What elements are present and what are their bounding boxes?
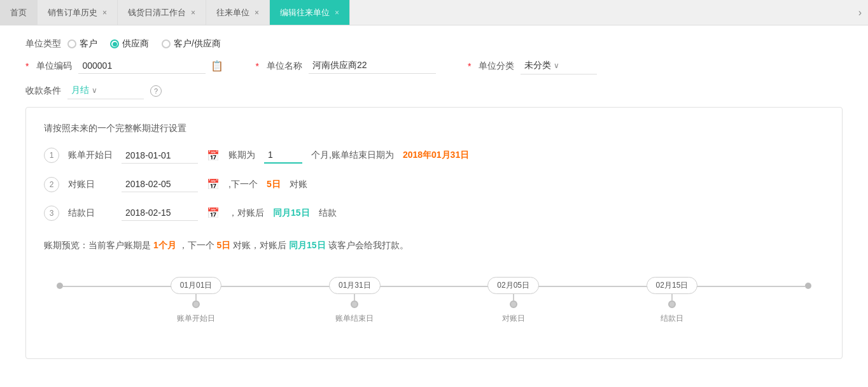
unit-code-area: 📋	[78, 58, 223, 74]
timeline-label-4: 结款日	[661, 313, 683, 324]
timeline-bubble-1: 01月01日	[171, 277, 222, 294]
reconcile-date-label: 对账日	[68, 179, 113, 190]
payment-date-label: 结款日	[68, 208, 113, 219]
help-icon[interactable]: ?	[150, 85, 162, 97]
start-date-input[interactable]	[122, 148, 198, 164]
preview-part2: 5日	[216, 240, 230, 250]
row-num-3: 3	[44, 206, 59, 221]
reconcile-highlight: 5日	[267, 179, 281, 190]
unit-name-required-star: *	[255, 61, 258, 71]
timeline-dot-1	[192, 300, 200, 308]
unit-name-label: 单位名称	[267, 60, 302, 72]
unit-code-label: 单位编码	[36, 60, 72, 72]
timeline-label-1: 账单开始日	[177, 313, 215, 324]
preview-part1: 1个月	[153, 240, 176, 250]
unit-category-value: 未分类	[524, 60, 551, 71]
timeline-point-3: 02月05日 对账日	[487, 277, 539, 324]
timeline-end-end	[805, 277, 811, 289]
reconcile-desc-suffix: 对账	[290, 179, 307, 190]
preview-mid2: 对账，对账后	[233, 240, 286, 250]
unit-code-input[interactable]	[78, 58, 206, 74]
payment-terms-chevron-icon: ∨	[92, 86, 97, 95]
timeline-start-end	[57, 277, 63, 289]
timeline-dot-3	[510, 300, 517, 308]
unit-details-row: * 单位编码 📋 * 单位名称 * 单位分类 未分类 ∨	[25, 57, 843, 74]
settings-panel: 请按照未来的一个完整帐期进行设置 1 账单开始日 📅 账期为 个月,账单结束日期…	[25, 107, 843, 359]
tab-bar: 首页 销售订单历史 × 钱货日清工作台 × 往来单位 × 编辑往来单位 × ›	[0, 0, 868, 25]
payment-date-input[interactable]	[122, 205, 198, 221]
timeline-connector-2	[354, 294, 355, 300]
timeline-bubble-2: 01月31日	[329, 277, 381, 294]
payment-terms-row: 收款条件 月结 ∨ ?	[25, 82, 843, 99]
unit-category-select[interactable]: 未分类 ∨	[521, 57, 597, 74]
panel-title: 请按照未来的一个完整帐期进行设置	[44, 123, 824, 134]
tab-close-sales-history[interactable]: ×	[102, 8, 107, 17]
chevron-down-icon: ∨	[554, 61, 559, 70]
start-dot	[57, 283, 63, 289]
main-content: 单位类型 客户 供应商 客户/供应商 * 单位编码 📋 * 单位名称	[0, 25, 868, 387]
timeline-connector-3	[513, 294, 514, 300]
payment-desc-suffix: 结款	[319, 208, 337, 219]
payment-date-calendar-icon[interactable]: 📅	[207, 207, 220, 219]
radio-supplier[interactable]: 供应商	[110, 38, 149, 50]
timeline-connector-1	[195, 294, 197, 300]
reconcile-desc-prefix: ,下一个	[228, 179, 258, 190]
period-end-date: 2018年01月31日	[403, 150, 469, 161]
start-date-calendar-icon[interactable]: 📅	[207, 150, 220, 162]
tab-more-arrow[interactable]: ›	[852, 0, 868, 25]
reconcile-date-calendar-icon[interactable]: 📅	[207, 178, 220, 190]
radio-circle-both	[162, 39, 171, 48]
preview-label: 账期预览：当前客户账期是	[44, 240, 151, 250]
timeline-point-4: 02月15日 结款日	[647, 277, 698, 324]
unit-category-label: 单位分类	[479, 60, 514, 72]
preview-end: 该客户会给我打款。	[328, 240, 409, 250]
setting-row-3: 3 结款日 📅 ，对账后 同月15日 结款	[44, 205, 824, 221]
payment-terms-select[interactable]: 月结 ∨	[67, 82, 144, 99]
payment-highlight: 同月15日	[273, 208, 310, 219]
tab-edit-partner[interactable]: 编辑往来单位 ×	[270, 0, 350, 25]
preview-part3: 同月15日	[289, 240, 326, 250]
timeline-connector-4	[671, 294, 673, 300]
timeline-label-3: 对账日	[502, 313, 525, 324]
preview-section: 账期预览：当前客户账期是 1个月 ，下一个 5日 对账，对账后 同月15日 该客…	[44, 234, 824, 251]
unit-type-radio-group: 客户 供应商 客户/供应商	[67, 38, 221, 50]
timeline-container: 01月01日 账单开始日 01月31日 账单结束日	[44, 264, 824, 343]
radio-both[interactable]: 客户/供应商	[162, 38, 221, 50]
timeline-dot-2	[351, 300, 358, 308]
tab-home[interactable]: 首页	[0, 0, 38, 25]
tab-partner-units[interactable]: 往来单位 ×	[206, 0, 270, 25]
tab-close-cash-workbench[interactable]: ×	[191, 8, 195, 17]
end-dot	[805, 283, 811, 289]
timeline-points-row: 01月01日 账单开始日 01月31日 账单结束日	[44, 277, 824, 324]
timeline-point-1: 01月01日 账单开始日	[171, 277, 222, 324]
timeline-point-2: 01月31日 账单结束日	[329, 277, 381, 324]
period-label: 账期为	[228, 150, 255, 161]
reconcile-date-input[interactable]	[122, 176, 198, 192]
radio-customer[interactable]: 客户	[67, 38, 97, 50]
tab-close-edit-partner[interactable]: ×	[335, 8, 339, 17]
unit-name-input[interactable]	[309, 58, 436, 74]
copy-icon[interactable]: 📋	[211, 60, 223, 72]
period-unit-text: 个月,账单结束日期为	[311, 150, 394, 161]
setting-row-1: 1 账单开始日 📅 账期为 个月,账单结束日期为 2018年01月31日	[44, 147, 824, 164]
unit-code-required-star: *	[25, 61, 29, 71]
tab-sales-history[interactable]: 销售订单历史 ×	[38, 0, 118, 25]
start-date-label: 账单开始日	[68, 150, 113, 161]
timeline-bubble-3: 02月05日	[487, 277, 539, 294]
setting-row-2: 2 对账日 📅 ,下一个 5日 对账	[44, 176, 824, 192]
unit-category-required-star: *	[468, 61, 471, 71]
timeline-label-2: 账单结束日	[335, 313, 374, 324]
payment-terms-label: 收款条件	[25, 85, 61, 97]
timeline-dot-4	[668, 300, 676, 308]
payment-desc-prefix: ，对账后	[228, 208, 264, 219]
tab-cash-workbench[interactable]: 钱货日清工作台 ×	[118, 0, 206, 25]
unit-type-row: 单位类型 客户 供应商 客户/供应商	[25, 38, 843, 50]
radio-circle-supplier	[110, 39, 119, 48]
row-num-1: 1	[44, 148, 59, 163]
unit-type-label: 单位类型	[25, 38, 61, 50]
tab-close-partner-units[interactable]: ×	[255, 8, 259, 17]
timeline-bubble-4: 02月15日	[647, 277, 698, 294]
radio-circle-customer	[67, 39, 76, 48]
period-input[interactable]	[264, 147, 302, 164]
payment-terms-value: 月结	[71, 85, 89, 96]
